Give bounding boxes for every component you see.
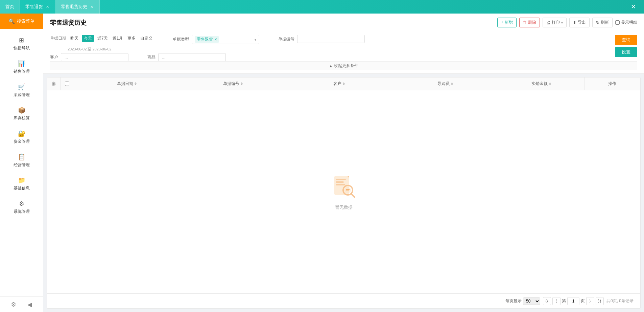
bill-type-tag-text: 零售退货 — [197, 37, 213, 42]
bill-type-tag-close[interactable]: ✕ — [214, 38, 217, 41]
sidebar-item-stock-calc[interactable]: 📦 库存核算 — [2, 103, 41, 125]
display-detail-checkbox-label[interactable]: 显示明细 — [615, 20, 637, 25]
tab-retail-return-history-close[interactable]: ✕ — [89, 4, 94, 9]
window-close-button[interactable]: ✕ — [628, 2, 639, 12]
refresh-label: 刷新 — [601, 20, 609, 25]
basic-info-icon: 📁 — [18, 177, 25, 184]
delete-button[interactable]: 🗑 删除 — [519, 18, 540, 27]
date-1month[interactable]: 近1月 — [111, 35, 124, 42]
ops-mgmt-label: 经营管理 — [14, 162, 30, 168]
bill-type-filter-item: 单据类型 零售退货 ✕ — [173, 35, 259, 44]
amount-sort-icon — [549, 82, 551, 85]
tab-retail-return-history[interactable]: 零售退货历史 ✕ — [55, 0, 100, 14]
table-settings-btn[interactable] — [47, 77, 61, 90]
stock-calc-label: 库存核算 — [14, 115, 30, 121]
collapse-filter-btn[interactable]: ▲ 收起更多条件 — [50, 61, 637, 70]
search-icon: 🔍 — [8, 18, 15, 24]
bill-no-filter-item: 单据编号 — [278, 35, 365, 43]
th-amount[interactable]: 实销金额 — [498, 77, 584, 90]
date-more[interactable]: 更多 — [126, 35, 137, 42]
page-prev-btn[interactable]: ⟨ — [552, 297, 560, 305]
date-sort-icon — [135, 82, 137, 85]
settings-bottom-icon[interactable]: ⚙ — [11, 301, 16, 308]
date-today[interactable]: 今天 — [82, 35, 94, 42]
sidebar-item-sales-mgmt[interactable]: 📊 销售管理 — [2, 56, 41, 79]
sidebar-item-fund-mgmt[interactable]: 🔐 资金管理 — [2, 126, 41, 149]
page-input[interactable] — [567, 297, 579, 305]
bill-no-sort-icon — [241, 82, 243, 85]
sidebar-item-basic-info[interactable]: 📁 基础信息 — [2, 173, 41, 195]
date-yesterday[interactable]: 昨天 — [69, 35, 80, 42]
customer-label: 客户 — [50, 54, 58, 60]
th-bill-no[interactable]: 单据编号 — [180, 77, 286, 90]
guide-sort-icon — [451, 82, 453, 85]
refresh-button[interactable]: ↻ 刷新 — [592, 18, 613, 27]
bill-type-select[interactable]: 零售退货 ✕ — [192, 35, 259, 44]
export-icon: ⬆ — [573, 20, 576, 25]
th-operations-label: 操作 — [608, 81, 616, 87]
print-chevron — [561, 20, 563, 25]
date-filter: 昨天 今天 近7天 近1月 更多 自定义 — [69, 35, 154, 42]
refresh-icon: ↻ — [596, 20, 599, 25]
tab-retail-return-close[interactable]: ✕ — [45, 4, 50, 9]
bill-no-input[interactable] — [297, 35, 365, 43]
filter-area: 单据日期 昨天 今天 近7天 近1月 更多 自定义 单据类型 — [50, 31, 637, 73]
page-next-btn[interactable]: ⟩ — [586, 297, 594, 305]
tab-home[interactable]: 首页 — [0, 0, 20, 14]
th-guide[interactable]: 导购员 — [392, 77, 498, 90]
page-first-btn[interactable]: ⟨⟨ — [543, 297, 551, 305]
goods-label: 商品 — [147, 54, 156, 60]
export-button[interactable]: ⬆ 导出 — [569, 18, 590, 27]
th-amount-label: 实销金额 — [531, 81, 548, 87]
page-title: 零售退货历史 — [50, 19, 87, 27]
settings-button[interactable]: 设置 — [615, 47, 637, 57]
svg-point-6 — [345, 187, 351, 193]
page-size-select: 每页显示 50 100 200 — [505, 297, 540, 305]
pagination-bar: 每页显示 50 100 200 ⟨⟨ ⟨ 第 页 ⟩ ⟩⟩ 共0页, 0 — [47, 293, 640, 308]
table-select-all[interactable] — [61, 77, 74, 90]
th-operations: 操作 — [585, 77, 640, 90]
page-size-dropdown[interactable]: 50 100 200 — [523, 297, 540, 305]
th-date[interactable]: 单据日期 — [74, 77, 180, 90]
th-guide-label: 导购员 — [437, 81, 450, 87]
bill-type-tag: 零售退货 ✕ — [195, 36, 219, 43]
sidebar-search[interactable]: 🔍 搜索菜单 — [0, 14, 43, 29]
new-button[interactable]: + 新增 — [497, 18, 516, 27]
query-button[interactable]: 查询 — [615, 35, 637, 45]
print-icon: 🖨 — [546, 20, 550, 25]
page-unit: 页 — [581, 298, 585, 304]
action-buttons: 查询 设置 — [615, 35, 637, 57]
tab-retail-return-label: 零售退货 — [25, 4, 43, 10]
sidebar-nav: ⊞ 快捷导航 📊 销售管理 🛒 采购管理 📦 库存核算 🔐 资金管理 📋 — [0, 29, 43, 296]
tab-retail-return[interactable]: 零售退货 ✕ — [20, 0, 55, 14]
quick-nav-label: 快捷导航 — [14, 45, 30, 51]
page-last-btn[interactable]: ⟩⟩ — [596, 297, 604, 305]
tab-home-label: 首页 — [5, 4, 14, 10]
th-customer[interactable]: 客户 — [286, 77, 392, 90]
empty-state: 暂无数据 — [47, 90, 640, 293]
date-custom[interactable]: 自定义 — [139, 35, 154, 42]
select-all-checkbox[interactable] — [65, 82, 69, 86]
date-7days[interactable]: 近7天 — [96, 35, 109, 42]
sidebar-item-ops-mgmt[interactable]: 📋 经营管理 — [2, 149, 41, 172]
print-button[interactable]: 🖨 打印 — [543, 18, 567, 27]
purchase-mgmt-label: 采购管理 — [14, 92, 30, 98]
fund-mgmt-label: 资金管理 — [14, 139, 30, 144]
fund-mgmt-icon: 🔐 — [18, 130, 25, 137]
customer-input[interactable] — [61, 53, 128, 61]
display-detail-checkbox[interactable] — [615, 20, 620, 25]
collapse-sidebar-icon[interactable]: ◀ — [27, 301, 32, 308]
ops-mgmt-icon: 📋 — [18, 153, 25, 161]
sidebar-item-quick-nav[interactable]: ⊞ 快捷导航 — [2, 32, 41, 55]
collapse-icon: ▲ — [329, 64, 333, 68]
total-info: 共0页, 0条记录 — [606, 298, 634, 304]
display-detail-label: 显示明细 — [621, 20, 637, 25]
sidebar-item-sys-mgmt[interactable]: ⚙ 系统管理 — [2, 196, 41, 219]
print-label: 打印 — [552, 20, 560, 25]
collapse-label: 收起更多条件 — [334, 63, 358, 69]
table-container: 单据日期 单据编号 客户 — [47, 77, 641, 309]
goods-input[interactable] — [158, 53, 226, 61]
sidebar-item-purchase-mgmt[interactable]: 🛒 采购管理 — [2, 79, 41, 102]
sys-mgmt-label: 系统管理 — [14, 209, 30, 215]
sales-mgmt-label: 销售管理 — [14, 69, 30, 74]
